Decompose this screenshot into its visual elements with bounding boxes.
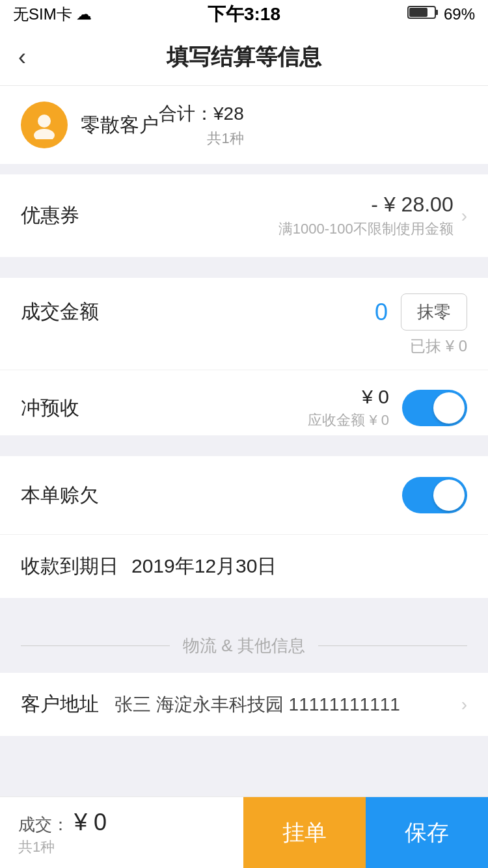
prepayment-amount: ¥ 0 xyxy=(308,386,389,408)
duedate-row[interactable]: 收款到期日 2019年12月30日 xyxy=(0,534,488,598)
credit-toggle-thumb xyxy=(433,480,465,511)
coupon-row[interactable]: 优惠券 - ¥ 28.00 满1000-100不限制使用金额 › xyxy=(0,174,488,257)
coupon-right: - ¥ 28.00 满1000-100不限制使用金额 › xyxy=(278,193,467,239)
customer-section: 零散客户 合计：¥28 共1种 xyxy=(0,86,488,164)
bottom-deal-amount: ¥ 0 xyxy=(74,809,107,836)
address-value: 张三 海淀永丰科技园 11111111111 xyxy=(115,692,461,717)
customer-total: 合计：¥28 共1种 xyxy=(159,102,244,148)
hold-button[interactable]: 挂单 xyxy=(243,797,366,869)
sim-label: 无SIM卡 ☁ xyxy=(13,4,92,25)
bottom-deal-row: 成交： ¥ 0 xyxy=(18,809,225,836)
credit-label: 本单赊欠 xyxy=(21,482,99,509)
coupon-label: 优惠券 xyxy=(21,202,79,229)
bottom-left: 成交： ¥ 0 共1种 xyxy=(0,809,243,857)
customer-avatar xyxy=(21,102,68,148)
page-title: 填写结算等信息 xyxy=(167,42,321,72)
total-amount: 合计：¥28 xyxy=(159,102,244,126)
transaction-sub: 已抹 ¥ 0 xyxy=(0,336,488,370)
svg-rect-1 xyxy=(435,10,438,15)
transaction-amount-row: 成交金额 0 抹零 xyxy=(0,278,488,336)
address-row[interactable]: 客户地址 张三 海淀永丰科技园 11111111111 › xyxy=(0,673,488,736)
duedate-label: 收款到期日 xyxy=(21,553,118,580)
svg-point-3 xyxy=(38,115,51,128)
logistics-header: 物流 & 其他信息 xyxy=(0,619,488,673)
section-divider-3 xyxy=(0,608,488,619)
coupon-discount: - ¥ 28.00 xyxy=(278,193,454,217)
duedate-value: 2019年12月30日 xyxy=(131,553,277,580)
round-off-button[interactable]: 抹零 xyxy=(401,293,467,331)
divider-right xyxy=(318,645,467,646)
svg-point-4 xyxy=(34,129,55,139)
address-section: 客户地址 张三 海淀永丰科技园 11111111111 › xyxy=(0,673,488,736)
coupon-section: 优惠券 - ¥ 28.00 满1000-100不限制使用金额 › xyxy=(0,174,488,257)
battery-label: 69% xyxy=(444,5,475,23)
credit-row: 本单赊欠 xyxy=(0,456,488,534)
status-time: 下午3:18 xyxy=(208,2,280,27)
bottom-bar: 成交： ¥ 0 共1种 挂单 保存 xyxy=(0,796,488,868)
svg-rect-2 xyxy=(409,8,427,17)
prepayment-row: 冲预收 ¥ 0 应收金额 ¥ 0 xyxy=(0,370,488,435)
status-right: 69% xyxy=(407,5,475,24)
transaction-right: 0 抹零 xyxy=(375,293,467,331)
chevron-right-icon: › xyxy=(461,206,467,226)
bottom-count: 共1种 xyxy=(18,837,225,857)
coupon-info: - ¥ 28.00 满1000-100不限制使用金额 xyxy=(278,193,454,239)
address-label: 客户地址 xyxy=(21,691,99,718)
transaction-value[interactable]: 0 xyxy=(375,299,388,326)
battery-icon xyxy=(407,5,439,24)
logistics-title: 物流 & 其他信息 xyxy=(183,634,305,657)
save-button[interactable]: 保存 xyxy=(366,797,488,869)
address-chevron-icon: › xyxy=(461,694,467,715)
divider-left xyxy=(21,645,170,646)
prepayment-toggle-thumb xyxy=(433,392,465,424)
status-bar: 无SIM卡 ☁ 下午3:18 69% xyxy=(0,0,488,29)
prepayment-info: ¥ 0 应收金额 ¥ 0 xyxy=(308,386,389,430)
prepayment-label: 冲预收 xyxy=(21,395,79,422)
credit-toggle[interactable] xyxy=(402,477,467,513)
coupon-description: 满1000-100不限制使用金额 xyxy=(278,219,454,239)
transaction-label: 成交金额 xyxy=(21,299,99,325)
nav-bar: ‹ 填写结算等信息 xyxy=(0,29,488,86)
back-button[interactable]: ‹ xyxy=(18,44,26,71)
customer-name: 零散客户 xyxy=(81,112,159,139)
bottom-deal-label: 成交： xyxy=(18,813,69,836)
customer-row[interactable]: 零散客户 合计：¥28 共1种 xyxy=(0,86,488,164)
prepayment-toggle[interactable] xyxy=(402,390,467,426)
section-divider-2 xyxy=(0,446,488,456)
credit-section: 本单赊欠 收款到期日 2019年12月30日 xyxy=(0,456,488,598)
total-count: 共1种 xyxy=(159,129,244,148)
transaction-section: 成交金额 0 抹零 已抹 ¥ 0 冲预收 ¥ 0 应收金额 ¥ 0 xyxy=(0,278,488,435)
prepayment-sublabel: 应收金额 ¥ 0 xyxy=(308,411,389,430)
prepayment-right: ¥ 0 应收金额 ¥ 0 xyxy=(308,386,467,430)
section-divider-1 xyxy=(0,267,488,278)
main-content: 零散客户 合计：¥28 共1种 优惠券 - ¥ 28.00 满1000-100不… xyxy=(0,86,488,824)
status-left: 无SIM卡 ☁ xyxy=(13,4,92,25)
